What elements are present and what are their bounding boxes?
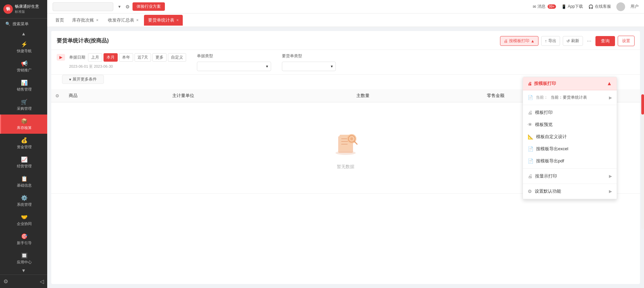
- tab-order-stats[interactable]: 要货单统计表 ×: [144, 15, 183, 26]
- date-btn-prev-month[interactable]: 上月: [88, 53, 102, 62]
- filter-expand-icon[interactable]: ▶: [57, 54, 65, 61]
- sidebar-item-marketing[interactable]: 📢 营销推广: [0, 57, 47, 76]
- main-content: ▾ ⚙ 体验行业方案 ✉ 消息 99+ 📱 App下载 🎧 在线客服 用户: [47, 0, 644, 288]
- current-label: 当前：: [536, 95, 548, 100]
- more-actions-btn[interactable]: ···: [586, 38, 593, 44]
- date-btn-7days[interactable]: 近7天: [135, 53, 151, 62]
- export-btn[interactable]: ↑ 导出: [541, 36, 560, 46]
- sidebar-item-system[interactable]: ⚙️ 系统管理: [0, 191, 47, 211]
- export-pdf-label: 按模板导出pdf: [536, 158, 612, 164]
- date-btn-custom[interactable]: 自定义: [168, 53, 186, 62]
- display-print-arrow: ▶: [609, 174, 612, 179]
- dropdown-current-section: 📄 当前： 当前：要货单统计表 ▶: [523, 90, 617, 105]
- type-filter-label: 单据类型: [197, 53, 271, 59]
- template-preview-label: 模板预览: [535, 122, 612, 128]
- scrollbar-thumb: [641, 94, 644, 115]
- tab-order-stats-close[interactable]: ×: [176, 18, 179, 23]
- sidebar-item-sales[interactable]: 📊 销售管理: [0, 76, 47, 95]
- header-gear-icon[interactable]: ⚙: [125, 4, 130, 9]
- messages-badge: 99+: [548, 4, 556, 9]
- display-print-label: 按显示打印: [535, 173, 606, 179]
- finance-label: 资金管理: [17, 145, 32, 150]
- purchase-icon: 🛒: [21, 99, 28, 105]
- sidebar-item-quicknav[interactable]: ⚡ 快捷导航: [0, 38, 47, 57]
- sidebar-nav: ⚡ 快捷导航 📢 营销推广 📊 销售管理 🛒 采购管理 📦 库存核算 💰 资金管…: [0, 38, 47, 266]
- settings-btn[interactable]: 设置: [618, 36, 635, 46]
- scroll-down-btn[interactable]: ▼: [0, 266, 47, 275]
- tab-inventory-batch-label: 库存批次账: [72, 17, 94, 23]
- dropdown-title-text: 按模板打印: [534, 81, 556, 87]
- sidebar-item-inventory[interactable]: 📦 库存核算: [0, 115, 47, 134]
- footer-volume-icon[interactable]: ◁: [40, 278, 44, 285]
- filter-bar: ▶ 单据日期 上月 本月 本年 近7天 更多 自定义 2023-06-01 至 …: [51, 50, 640, 75]
- header-search-dropdown[interactable]: ▾: [116, 2, 123, 11]
- header-left: ▾ ⚙ 体验行业方案: [53, 2, 165, 11]
- tabs-bar: 首页 库存批次账 × 收发存汇总表 × 要货单统计表 ×: [47, 13, 644, 27]
- footer-settings-icon[interactable]: ⚙: [3, 278, 8, 285]
- type-select-arrow: ▾: [266, 64, 268, 69]
- export-excel-label: 按模板导出excel: [536, 146, 612, 152]
- scroll-up-btn[interactable]: ▲: [0, 30, 47, 38]
- dropdown-item-template-print[interactable]: 🖨 模板打印: [523, 106, 617, 119]
- sidebar-item-apps[interactable]: 🔲 应用中心: [0, 249, 47, 266]
- date-btn-this-month[interactable]: 本月: [104, 53, 118, 62]
- table-settings-icon[interactable]: ⚙: [55, 93, 59, 98]
- tab-receipt-summary[interactable]: 收发存汇总表 ×: [104, 15, 143, 26]
- dropdown-close-btn[interactable]: ▲: [607, 81, 612, 87]
- expand-more-btn[interactable]: ▾ 展开更多条件: [62, 75, 104, 84]
- dropdown-current-item[interactable]: 📄 当前： 当前：要货单统计表 ▶: [523, 92, 617, 103]
- finance-icon: 💰: [21, 137, 28, 143]
- template-preview-icon: 👁: [528, 122, 532, 127]
- page-title: 要货单统计表(按商品): [57, 37, 109, 44]
- date-range-text: 2023-06-01 至 2023-06-30: [69, 64, 186, 69]
- sidebar-item-operations[interactable]: 📈 经营管理: [0, 153, 47, 172]
- empty-icon: [329, 126, 362, 160]
- messages-label: 消息: [537, 4, 546, 9]
- sales-icon: 📊: [21, 79, 28, 86]
- right-scrollbar[interactable]: [641, 94, 644, 229]
- app-download-btn[interactable]: 📱 App下载: [561, 4, 583, 9]
- logo-icon: 畅: [3, 4, 13, 14]
- dropdown-item-template-custom[interactable]: 📐 模板自定义设计: [523, 131, 617, 143]
- user-avatar[interactable]: [616, 2, 625, 11]
- set-default-arrow: ▶: [609, 189, 612, 194]
- dropdown-header: 🖨 按模板打印 ▲: [523, 77, 617, 90]
- col-unit: 主计量单位: [168, 89, 352, 102]
- refresh-btn[interactable]: ↺ 刷新: [563, 36, 583, 46]
- header-search-input[interactable]: [53, 2, 113, 11]
- expand-icon: ▾: [69, 77, 71, 82]
- sidebar-item-purchase[interactable]: 🛒 采购管理: [0, 95, 47, 115]
- collab-icon: 🤝: [21, 214, 28, 220]
- dropdown-item-display-print[interactable]: 🖨 按显示打印 ▶: [523, 170, 617, 182]
- dropdown-item-template-preview[interactable]: 👁 模板预览: [523, 119, 617, 131]
- tab-home[interactable]: 首页: [53, 15, 67, 26]
- dropdown-item-set-default[interactable]: ⚙ 设置默认功能 ▶: [523, 185, 617, 197]
- search-menu-item[interactable]: 🔍 搜索菜单: [0, 19, 47, 30]
- sidebar-item-guide[interactable]: 🎯 新手引导: [0, 230, 47, 249]
- query-btn[interactable]: 查询: [595, 36, 615, 46]
- refresh-icon: ↺: [566, 39, 570, 43]
- trial-btn[interactable]: 体验行业方案: [133, 2, 165, 11]
- refresh-btn-label: 刷新: [571, 38, 579, 44]
- export-btn-label: 导出: [548, 38, 556, 44]
- type-filter-select[interactable]: ▾: [197, 62, 271, 71]
- sidebar: 畅 畅康通好生意 标准版 🔍 搜索菜单 ▲ ⚡ 快捷导航 📢 营销推广 📊 销售…: [0, 0, 47, 288]
- messages-btn[interactable]: ✉ 消息 99+: [533, 4, 556, 9]
- sidebar-item-basic[interactable]: 📋 基础信息: [0, 172, 47, 191]
- customer-service-btn[interactable]: 🎧 在线客服: [588, 4, 611, 9]
- dropdown-item-export-excel[interactable]: 📄 按模板导出excel: [523, 143, 617, 155]
- tab-inventory-batch[interactable]: 库存批次账 ×: [68, 15, 103, 26]
- current-arrow: ▶: [609, 95, 612, 100]
- date-btn-this-year[interactable]: 本年: [119, 53, 133, 62]
- print-btn[interactable]: 🖨 按模板打印 ▲: [500, 36, 538, 46]
- date-btn-more[interactable]: 更多: [152, 53, 167, 62]
- order-type-select[interactable]: ▾: [282, 62, 336, 71]
- sidebar-item-finance[interactable]: 💰 资金管理: [0, 134, 47, 153]
- order-type-filter-group: 要货单类型 ▾: [282, 53, 336, 71]
- dropdown-item-export-pdf[interactable]: 📄 按模板导出pdf: [523, 155, 617, 167]
- tab-receipt-summary-close[interactable]: ×: [136, 18, 139, 23]
- operations-label: 经营管理: [17, 164, 32, 169]
- sidebar-item-collab[interactable]: 🤝 企业协同: [0, 211, 47, 230]
- tab-inventory-batch-close[interactable]: ×: [96, 18, 98, 23]
- template-custom-label: 模板自定义设计: [536, 134, 612, 140]
